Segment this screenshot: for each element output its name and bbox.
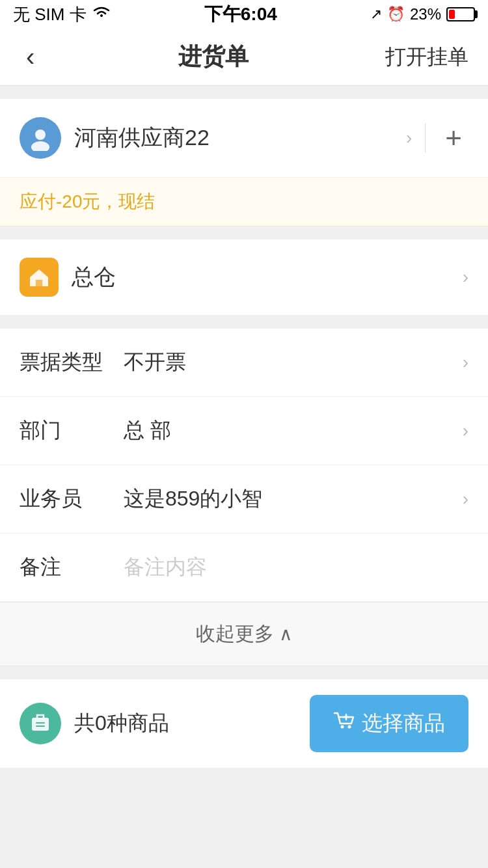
supplier-name: 河南供应商22 (74, 123, 406, 153)
page-title: 进货单 (178, 41, 249, 73)
product-count: 共0种商品 (74, 709, 310, 738)
invoice-type-value: 不开票 (124, 348, 463, 377)
dept-label: 部门 (20, 416, 124, 445)
section-gap-2 (0, 226, 488, 239)
open-pending-button[interactable]: 打开挂单 (385, 43, 468, 72)
salesperson-label: 业务员 (20, 485, 124, 513)
svg-rect-3 (32, 718, 49, 731)
supplier-section: 河南供应商22 › + 应付-20元，现结 (0, 99, 488, 226)
battery-icon (446, 7, 475, 21)
back-button[interactable]: ‹ (20, 36, 41, 78)
salesperson-chevron-icon: › (463, 489, 468, 509)
vertical-divider (425, 124, 426, 152)
dept-row[interactable]: 部门 总 部 › (0, 397, 488, 465)
status-right: ↗ ⏰ 23% (370, 5, 475, 23)
section-gap-4 (0, 666, 488, 679)
collapse-label: 收起更多 (196, 621, 274, 647)
time-label: 下午6:04 (204, 2, 277, 27)
invoice-chevron-icon: › (463, 352, 468, 373)
svg-rect-2 (36, 280, 42, 286)
alarm-icon: ⏰ (387, 6, 405, 23)
select-product-button[interactable]: 选择商品 (310, 695, 468, 752)
status-left: 无 SIM 卡 (13, 3, 111, 26)
nav-bar: ‹ 进货单 打开挂单 (0, 29, 488, 86)
form-card: 票据类型 不开票 › 部门 总 部 › 业务员 这是859的小智 › 备注 备注… (0, 329, 488, 602)
dept-value: 总 部 (124, 416, 463, 445)
cart-icon (333, 712, 355, 736)
note-label: 备注 (20, 553, 124, 582)
svg-point-0 (35, 129, 46, 140)
section-gap-1 (0, 86, 488, 99)
warehouse-icon (20, 258, 59, 297)
product-icon-wrap (20, 703, 61, 744)
select-product-label: 选择商品 (362, 709, 445, 738)
supplier-chevron-icon: › (406, 128, 412, 148)
invoice-type-label: 票据类型 (20, 348, 124, 377)
dept-chevron-icon: › (463, 420, 468, 441)
warehouse-row[interactable]: 总仓 › (0, 239, 488, 316)
warehouse-chevron-icon: › (463, 267, 468, 288)
salesperson-row[interactable]: 业务员 这是859的小智 › (0, 465, 488, 534)
status-bar: 无 SIM 卡 下午6:04 ↗ ⏰ 23% (0, 0, 488, 29)
collapse-icon: ∧ (279, 623, 293, 645)
collapse-button[interactable]: 收起更多 ∧ (0, 602, 488, 666)
invoice-type-row[interactable]: 票据类型 不开票 › (0, 329, 488, 397)
carrier-label: 无 SIM 卡 (13, 3, 87, 26)
note-placeholder: 备注内容 (124, 553, 468, 582)
svg-point-1 (31, 141, 49, 151)
svg-point-6 (341, 725, 344, 728)
salesperson-value: 这是859的小智 (124, 485, 463, 513)
info-banner: 应付-20元，现结 (0, 178, 488, 226)
wifi-icon (92, 5, 111, 23)
supplier-row[interactable]: 河南供应商22 › + (0, 99, 488, 178)
battery-pct-label: 23% (410, 5, 441, 23)
add-button[interactable]: + (439, 119, 468, 157)
note-row[interactable]: 备注 备注内容 (0, 534, 488, 602)
bottom-row: 共0种商品 选择商品 (0, 679, 488, 768)
supplier-avatar (20, 117, 61, 159)
svg-point-7 (348, 725, 351, 728)
location-icon: ↗ (370, 6, 382, 23)
warehouse-name: 总仓 (72, 262, 463, 292)
section-gap-3 (0, 316, 488, 329)
